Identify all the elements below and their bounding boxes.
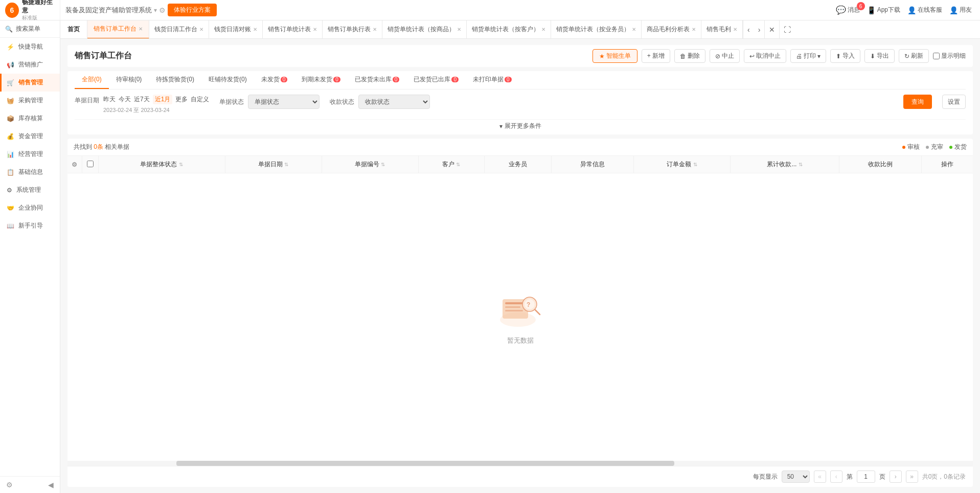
filter-tab-overdue-not-shipped[interactable]: 到期未发货0 bbox=[294, 71, 348, 89]
set-button[interactable]: 设置 bbox=[942, 95, 966, 109]
date-opt-more[interactable]: 更多 bbox=[175, 95, 188, 104]
app-download-button[interactable]: 📱 App下载 bbox=[867, 6, 900, 14]
tab-sales-stat-staff[interactable]: 销货单统计表（按业务员） ✕ bbox=[551, 20, 642, 39]
tab-sales-profit[interactable]: 销售毛利 ✕ bbox=[701, 20, 743, 39]
tab-close-sales-workbench[interactable]: ✕ bbox=[139, 26, 143, 32]
sidebar-item-marketing[interactable]: 📢 营销推广 bbox=[0, 56, 60, 74]
date-opt-today[interactable]: 今天 bbox=[119, 95, 131, 104]
sidebar-settings-button[interactable]: ⚙ bbox=[6, 481, 13, 489]
date-opt-yesterday[interactable]: 昨天 bbox=[103, 95, 116, 104]
show-detail-checkbox[interactable] bbox=[933, 53, 940, 59]
sidebar-item-quick-nav[interactable]: ⚡ 快捷导航 bbox=[0, 38, 60, 56]
tab-scroll-left-button[interactable]: ‹ bbox=[743, 20, 754, 39]
settings-gear-icon[interactable]: ⚙ bbox=[159, 6, 166, 14]
col-settings-header[interactable]: ⚙ bbox=[67, 156, 82, 173]
horizontal-scrollbar-thumb[interactable] bbox=[176, 461, 674, 466]
import-button[interactable]: ⬆ 导入 bbox=[830, 49, 860, 63]
page-size-select[interactable]: 50 10 20 100 bbox=[782, 470, 810, 483]
tab-home[interactable]: 首页 bbox=[60, 20, 87, 39]
tab-close-cash-reconcile[interactable]: ✕ bbox=[253, 27, 257, 32]
col-staff-header[interactable]: 业务员 bbox=[485, 156, 552, 173]
review-action-button[interactable]: 审核 bbox=[902, 143, 920, 151]
date-opt-7days[interactable]: 近7天 bbox=[134, 95, 150, 104]
refresh-button[interactable]: ↻ 刷新 bbox=[899, 49, 929, 63]
tab-close-sales-stat-customer[interactable]: ✕ bbox=[541, 27, 545, 32]
select-all-checkbox[interactable] bbox=[87, 161, 94, 167]
filter-tab-pending-review[interactable]: 待审核(0) bbox=[109, 71, 149, 89]
col-abnormal-header[interactable]: 异常信息 bbox=[552, 156, 634, 173]
col-checkbox-header[interactable] bbox=[82, 156, 98, 173]
sidebar-item-system[interactable]: ⚙ 系统管理 bbox=[0, 181, 60, 199]
sidebar-item-finance[interactable]: 💰 资金管理 bbox=[0, 127, 60, 145]
filter-tab-shipped-not-warehoused[interactable]: 已发货未出库0 bbox=[348, 71, 407, 89]
sidebar-item-sales[interactable]: 🛒 销售管理 bbox=[0, 74, 60, 92]
page-next-button[interactable]: › bbox=[890, 470, 902, 483]
tab-sales-workbench[interactable]: 销售订单工作台 ✕ bbox=[87, 20, 149, 39]
cancel-review-action-button[interactable]: 充审 bbox=[926, 143, 943, 151]
tab-close-sales-exec[interactable]: ✕ bbox=[373, 27, 377, 32]
filter-tab-all[interactable]: 全部(0) bbox=[75, 71, 109, 89]
col-status-header[interactable]: 单据整体状态 ⇅ bbox=[98, 156, 225, 173]
tab-close-sales-profit[interactable]: ✕ bbox=[733, 27, 737, 32]
stop-button[interactable]: ⊘ 中止 bbox=[710, 49, 740, 63]
show-detail-label[interactable]: 显示明细 bbox=[933, 52, 966, 60]
tab-expand-button[interactable]: ⛶ bbox=[780, 20, 795, 39]
smart-create-button[interactable]: ★ 智能生单 bbox=[592, 49, 637, 63]
tab-sales-exec[interactable]: 销售订单执行表 ✕ bbox=[323, 20, 382, 39]
filter-tab-shipped-warehoused[interactable]: 已发货已出库0 bbox=[406, 71, 466, 89]
tab-margin-analysis[interactable]: 商品毛利分析表 ✕ bbox=[642, 20, 701, 39]
col-date-header[interactable]: 单据日期 ⇅ bbox=[225, 156, 322, 173]
filter-tab-not-shipped[interactable]: 未发货0 bbox=[254, 71, 295, 89]
tab-cash-reconcile[interactable]: 钱货日清对账 ✕ bbox=[209, 20, 263, 39]
ship-action-button[interactable]: 发货 bbox=[949, 143, 967, 151]
online-service-button[interactable]: 👤 在线客服 bbox=[907, 6, 942, 14]
col-customer-header[interactable]: 客户 ⇅ bbox=[418, 156, 485, 173]
sidebar-item-operations[interactable]: 📊 经营管理 bbox=[0, 145, 60, 163]
page-prev-button[interactable]: ‹ bbox=[830, 470, 842, 483]
page-input[interactable] bbox=[857, 470, 875, 483]
tab-sales-stat[interactable]: 销售订单统计表 ✕ bbox=[263, 20, 323, 39]
page-last-button[interactable]: » bbox=[906, 470, 918, 483]
tab-close-daily-cash[interactable]: ✕ bbox=[199, 27, 203, 32]
tab-sales-stat-customer[interactable]: 销货单统计表（按客户） ✕ bbox=[467, 20, 551, 39]
tab-sales-stat-product[interactable]: 销货单统计表（按商品） ✕ bbox=[382, 20, 467, 39]
date-opt-1month[interactable]: 近1月 bbox=[153, 95, 173, 104]
filter-tab-wangpu[interactable]: 旺铺待发货(0) bbox=[201, 71, 254, 89]
query-button[interactable]: 查询 bbox=[903, 95, 932, 109]
col-collected-header[interactable]: 累计收款... ⇅ bbox=[730, 156, 839, 173]
cancel-stop-button[interactable]: ↩ 取消中止 bbox=[744, 49, 786, 63]
sidebar-item-guide[interactable]: 📖 新手引导 bbox=[0, 217, 60, 235]
export-button[interactable]: ⬇ 导出 bbox=[864, 49, 895, 63]
tab-close-sales-stat-product[interactable]: ✕ bbox=[457, 27, 461, 32]
sidebar-collapse-button[interactable]: ◀ bbox=[48, 481, 54, 489]
tab-close-margin-analysis[interactable]: ✕ bbox=[692, 27, 696, 32]
tab-close-sales-stat[interactable]: ✕ bbox=[313, 27, 317, 32]
industry-solution-button[interactable]: 体验行业方案 bbox=[168, 4, 217, 16]
payment-filter-select[interactable]: 收款状态 bbox=[358, 95, 430, 109]
add-button[interactable]: + 新增 bbox=[642, 49, 670, 63]
sidebar-item-basic[interactable]: 📋 基础信息 bbox=[0, 163, 60, 181]
filter-tab-pending-inspect[interactable]: 待拣货验货(0) bbox=[149, 71, 201, 89]
col-number-header[interactable]: 单据编号 ⇅ bbox=[322, 156, 418, 173]
system-title-chevron[interactable]: ▾ bbox=[154, 7, 157, 14]
tab-scroll-right-button[interactable]: › bbox=[754, 20, 765, 39]
status-filter-select[interactable]: 单据状态 bbox=[248, 95, 320, 109]
date-opt-custom[interactable]: 自定义 bbox=[191, 95, 209, 104]
horizontal-scrollbar[interactable] bbox=[67, 461, 973, 466]
col-ratio-header[interactable]: 收款比例 bbox=[839, 156, 922, 173]
filter-tab-not-printed[interactable]: 未打印单据0 bbox=[466, 71, 519, 89]
tab-close-all-button[interactable]: ✕ bbox=[765, 20, 780, 39]
tab-daily-cash[interactable]: 钱货日清工作台 ✕ bbox=[149, 20, 209, 39]
sidebar-search[interactable]: 🔍 搜索菜单 bbox=[0, 20, 60, 38]
message-button[interactable]: 💬 消息 6 bbox=[836, 5, 860, 15]
print-button[interactable]: 🖨 打印 ▾ bbox=[790, 49, 826, 63]
delete-button[interactable]: 🗑 删除 bbox=[674, 49, 705, 63]
user-menu-button[interactable]: 👤 用友 bbox=[949, 6, 972, 14]
sidebar-item-purchase[interactable]: 🧺 采购管理 bbox=[0, 92, 60, 109]
page-first-button[interactable]: « bbox=[814, 470, 826, 483]
expand-more-button[interactable]: ▾ 展开更多条件 bbox=[75, 119, 966, 135]
sidebar-item-enterprise[interactable]: 🤝 企业协同 bbox=[0, 199, 60, 217]
sidebar-item-inventory[interactable]: 📦 库存核算 bbox=[0, 109, 60, 127]
tab-close-sales-stat-staff[interactable]: ✕ bbox=[632, 27, 636, 32]
col-amount-header[interactable]: 订单金额 ⇅ bbox=[633, 156, 730, 173]
